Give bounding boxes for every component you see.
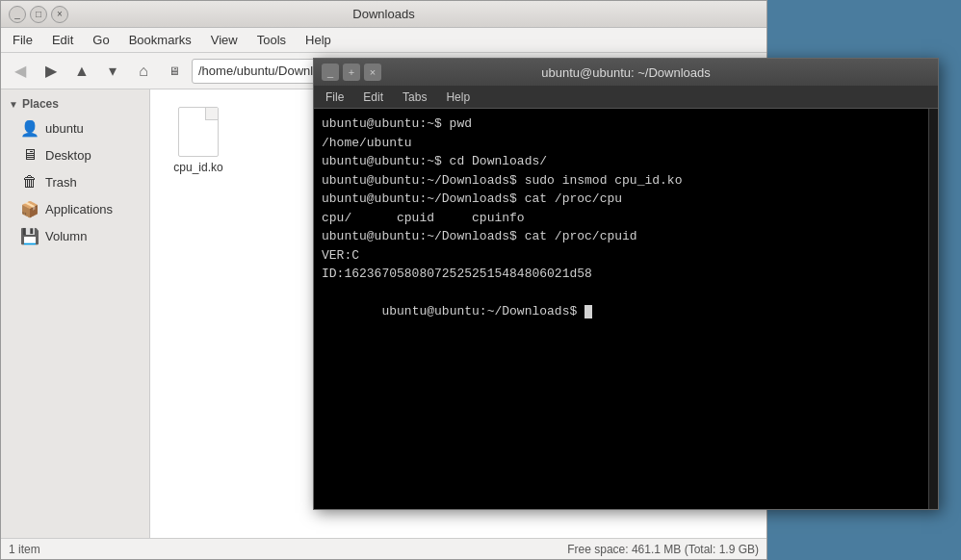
trash-icon: 🗑 bbox=[20, 172, 39, 191]
terminal-line-5: ubuntu@ubuntu:~/Downloads$ cat /proc/cpu bbox=[322, 190, 921, 209]
terminal-close-button[interactable]: × bbox=[364, 64, 381, 81]
menu-help[interactable]: Help bbox=[298, 30, 339, 50]
file-manager-titlebar: _ □ × Downloads bbox=[1, 1, 766, 28]
sidebar-item-ubuntu-label: ubuntu bbox=[45, 121, 84, 136]
terminal-line-10: ubuntu@ubuntu:~/Downloads$ bbox=[322, 284, 921, 341]
titlebar-controls: _ □ × bbox=[9, 6, 68, 23]
sidebar-arrow-icon: ▼ bbox=[9, 99, 18, 110]
sidebar-item-trash[interactable]: 🗑 Trash bbox=[1, 168, 149, 195]
desktop-icon: 🖥 bbox=[20, 145, 39, 165]
sidebar-places-header[interactable]: ▼ Places bbox=[1, 93, 149, 115]
menu-view[interactable]: View bbox=[203, 30, 246, 50]
sidebar-item-trash-label: Trash bbox=[45, 175, 77, 190]
sidebar-item-desktop[interactable]: 🖥 Desktop bbox=[1, 141, 149, 168]
terminal-line-7: ubuntu@ubuntu:~/Downloads$ cat /proc/cpu… bbox=[322, 227, 921, 246]
terminal-prompt-text: ubuntu@ubuntu:~/Downloads$ bbox=[381, 304, 584, 318]
terminal-window: _ + × ubuntu@ubuntu: ~/Downloads File Ed… bbox=[313, 58, 939, 510]
terminal-line-6: cpu/ cpuid cpuinfo bbox=[322, 209, 921, 228]
sidebar-item-volumn-label: Volumn bbox=[45, 229, 87, 243]
maximize-button[interactable]: □ bbox=[30, 6, 47, 23]
close-button[interactable]: × bbox=[51, 6, 68, 23]
terminal-cursor bbox=[584, 305, 592, 318]
file-manager-menubar: File Edit Go Bookmarks View Tools Help bbox=[1, 28, 766, 53]
terminal-line-8: VER:C bbox=[322, 246, 921, 266]
terminal-menu-help[interactable]: Help bbox=[438, 89, 478, 106]
window-title: Downloads bbox=[352, 7, 414, 21]
free-space: Free space: 461.1 MB (Total: 1.9 GB) bbox=[567, 543, 759, 556]
file-icon-image bbox=[178, 107, 219, 157]
sidebar-item-desktop-label: Desktop bbox=[45, 148, 91, 163]
sidebar: ▼ Places 👤 ubuntu 🖥 Desktop 🗑 Trash 📦 Ap… bbox=[1, 89, 150, 538]
sidebar-item-volumn[interactable]: 💾 Volumn bbox=[1, 222, 149, 249]
terminal-line-2: /home/ubuntu bbox=[322, 134, 921, 153]
terminal-titlebar: _ + × ubuntu@ubuntu: ~/Downloads bbox=[314, 59, 938, 86]
applications-icon: 📦 bbox=[20, 199, 39, 218]
sidebar-item-applications[interactable]: 📦 Applications bbox=[1, 195, 149, 222]
terminal-menu-tabs[interactable]: Tabs bbox=[395, 89, 434, 106]
home-button[interactable]: ⌂ bbox=[130, 58, 157, 85]
menu-tools[interactable]: Tools bbox=[249, 30, 294, 50]
terminal-line-1: ubuntu@ubuntu:~$ pwd bbox=[322, 115, 921, 134]
terminal-minimize-button[interactable]: _ bbox=[322, 64, 339, 81]
menu-edit[interactable]: Edit bbox=[44, 30, 81, 50]
file-icon bbox=[175, 103, 221, 161]
terminal-content[interactable]: ubuntu@ubuntu:~$ pwd /home/ubuntu ubuntu… bbox=[314, 109, 928, 509]
list-item[interactable]: cpu_id.ko bbox=[160, 99, 237, 178]
terminal-scrollbar[interactable] bbox=[928, 109, 938, 509]
terminal-line-3: ubuntu@ubuntu:~$ cd Downloads/ bbox=[322, 152, 921, 171]
minimize-button[interactable]: _ bbox=[9, 6, 26, 23]
file-name: cpu_id.ko bbox=[173, 161, 222, 174]
ubuntu-icon: 👤 bbox=[20, 118, 39, 138]
statusbar: 1 item Free space: 461.1 MB (Total: 1.9 … bbox=[1, 538, 766, 559]
dropdown-button[interactable]: ▾ bbox=[99, 58, 126, 85]
terminal-maximize-button[interactable]: + bbox=[343, 64, 360, 81]
network-button[interactable]: 🖥 bbox=[161, 58, 188, 85]
terminal-title: ubuntu@ubuntu: ~/Downloads bbox=[541, 65, 710, 80]
volumn-icon: 💾 bbox=[20, 226, 39, 245]
forward-button[interactable]: ▶ bbox=[38, 58, 65, 85]
terminal-line-4: ubuntu@ubuntu:~/Downloads$ sudo insmod c… bbox=[322, 171, 921, 191]
menu-file[interactable]: File bbox=[5, 30, 40, 50]
terminal-controls: _ + × bbox=[322, 64, 381, 81]
sidebar-section-label: Places bbox=[22, 97, 59, 111]
item-count: 1 item bbox=[9, 543, 40, 556]
back-button[interactable]: ◀ bbox=[7, 58, 34, 85]
menu-go[interactable]: Go bbox=[85, 30, 117, 50]
up-button[interactable]: ▲ bbox=[68, 58, 95, 85]
terminal-menubar: File Edit Tabs Help bbox=[314, 86, 938, 109]
menu-bookmarks[interactable]: Bookmarks bbox=[121, 30, 199, 50]
sidebar-item-ubuntu[interactable]: 👤 ubuntu bbox=[1, 115, 149, 141]
terminal-menu-file[interactable]: File bbox=[318, 89, 351, 106]
terminal-menu-edit[interactable]: Edit bbox=[355, 89, 391, 106]
sidebar-item-applications-label: Applications bbox=[45, 202, 113, 216]
terminal-line-9: ID:162367058080725252515484806021d58 bbox=[322, 265, 921, 284]
terminal-body: ubuntu@ubuntu:~$ pwd /home/ubuntu ubuntu… bbox=[314, 109, 938, 509]
